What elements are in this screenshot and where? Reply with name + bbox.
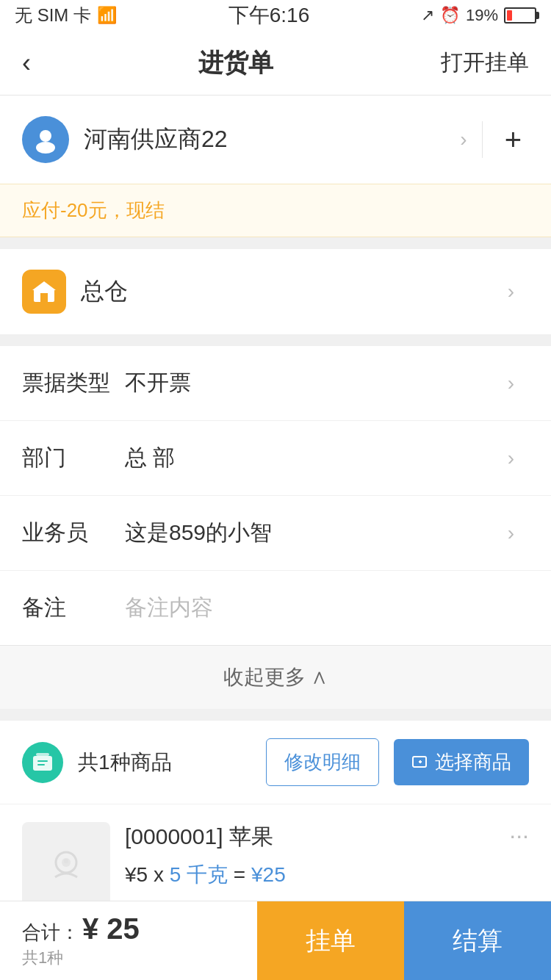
price-eq: = [234, 863, 251, 886]
checkout-button[interactable]: 结算 [404, 901, 551, 981]
salesman-label: 业务员 [22, 518, 125, 548]
invoice-chevron-icon: › [508, 372, 514, 395]
supplier-section: 河南供应商22 › + 应付-20元，现结 [0, 96, 551, 237]
department-row[interactable]: 部门 总 部 › [0, 421, 551, 496]
footer-total: 合计： ¥ 25 共1种 [0, 912, 257, 969]
supplier-chevron-icon: › [460, 128, 467, 151]
remark-row[interactable]: 备注 备注内容 [0, 571, 551, 645]
svg-rect-8 [37, 764, 45, 765]
page-title: 进货单 [198, 46, 273, 80]
collapse-button[interactable]: 收起更多 ∧ [0, 645, 551, 709]
products-header: 共1种商品 修改明细 选择商品 [0, 721, 551, 804]
warehouse-chevron-icon: › [508, 280, 514, 303]
warehouse-name: 总仓 [81, 275, 508, 308]
salesman-value: 这是859的小智 [125, 518, 508, 548]
invoice-label: 票据类型 [22, 368, 125, 398]
location-icon: ↗ [421, 6, 434, 25]
svg-rect-7 [37, 760, 48, 762]
warehouse-icon [22, 270, 66, 314]
product-more-button[interactable]: ··· [509, 822, 529, 849]
svg-marker-3 [32, 281, 56, 290]
warehouse-row[interactable]: 总仓 › [0, 249, 551, 334]
total-amount: ¥ 25 [82, 912, 140, 945]
warehouse-section: 总仓 › [0, 249, 551, 334]
salesman-chevron-icon: › [508, 522, 514, 545]
open-hang-button[interactable]: 打开挂单 [441, 48, 529, 78]
product-thumbnail [22, 822, 110, 910]
status-left: 无 SIM 卡 📶 [15, 4, 117, 27]
supplier-row[interactable]: 河南供应商22 › + [0, 96, 551, 184]
svg-rect-5 [33, 756, 52, 771]
product-price: ¥5 x 5 千克 = ¥25 [125, 861, 494, 889]
svg-point-14 [64, 859, 68, 863]
status-right: ↗ ⏰ 19% [421, 6, 536, 25]
salesman-row[interactable]: 业务员 这是859的小智 › [0, 496, 551, 571]
time-label: 下午6:16 [228, 1, 310, 29]
price-x: x [154, 863, 170, 886]
product-title: 苹果 [229, 824, 273, 849]
product-name: [0000001] 苹果 [125, 822, 494, 852]
svg-rect-6 [36, 753, 49, 756]
total-value: ¥25 [251, 863, 286, 886]
department-chevron-icon: › [508, 447, 514, 470]
back-button[interactable]: ‹ [22, 48, 31, 79]
content: 河南供应商22 › + 应付-20元，现结 总仓 › 票据类型 不开票 › [0, 96, 551, 980]
remark-label: 备注 [22, 593, 125, 623]
nav-bar: ‹ 进货单 打开挂单 [0, 31, 551, 96]
battery-icon [504, 7, 536, 24]
form-section: 票据类型 不开票 › 部门 总 部 › 业务员 这是859的小智 › 备注 备注… [0, 346, 551, 709]
unit-value: 千克 [187, 863, 228, 886]
svg-point-0 [40, 130, 51, 142]
total-label: 合计： [22, 920, 79, 945]
battery-label: 19% [466, 6, 498, 25]
status-bar: 无 SIM 卡 📶 下午6:16 ↗ ⏰ 19% [0, 0, 551, 31]
remark-placeholder: 备注内容 [125, 593, 529, 623]
add-supplier-button[interactable]: + [497, 123, 529, 156]
edit-detail-button[interactable]: 修改明细 [266, 738, 379, 786]
alarm-icon: ⏰ [440, 6, 460, 25]
invoice-value: 不开票 [125, 368, 508, 398]
products-count: 共1种商品 [78, 749, 251, 777]
total-count: 共1种 [22, 947, 235, 969]
svg-point-1 [36, 142, 55, 154]
footer: 合计： ¥ 25 共1种 挂单 结算 [0, 901, 551, 980]
hang-button[interactable]: 挂单 [257, 901, 404, 981]
products-section: 共1种商品 修改明细 选择商品 [0, 721, 551, 928]
divider [482, 121, 483, 158]
product-info: [0000001] 苹果 ¥5 x 5 千克 = ¥25 [125, 822, 494, 889]
notice-bar: 应付-20元，现结 [0, 184, 551, 237]
supplier-avatar [22, 116, 69, 163]
wifi-icon: 📶 [97, 6, 117, 25]
svg-rect-4 [40, 293, 48, 302]
price-value: ¥5 [125, 863, 148, 886]
products-icon [22, 742, 63, 783]
select-product-label: 选择商品 [435, 749, 511, 775]
carrier-label: 无 SIM 卡 [15, 4, 91, 27]
product-code: [0000001] [125, 824, 223, 849]
supplier-name: 河南供应商22 [84, 123, 460, 156]
qty-value: 5 [170, 863, 181, 886]
invoice-row[interactable]: 票据类型 不开票 › [0, 346, 551, 421]
select-product-button[interactable]: 选择商品 [394, 739, 529, 785]
department-label: 部门 [22, 443, 125, 473]
department-value: 总 部 [125, 443, 508, 473]
